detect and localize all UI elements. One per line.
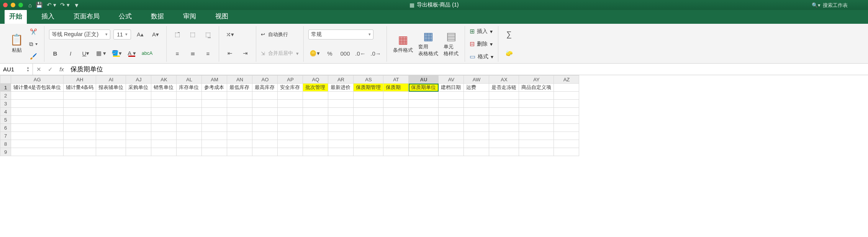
cell[interactable] — [126, 148, 151, 156]
cell[interactable] — [464, 132, 489, 140]
cell[interactable] — [303, 92, 328, 100]
column-header[interactable]: AG — [11, 76, 64, 84]
cell[interactable] — [252, 132, 278, 140]
cell[interactable] — [11, 108, 64, 116]
cell[interactable] — [464, 100, 489, 108]
cell[interactable] — [177, 132, 202, 140]
align-bottom-button[interactable]: ⬚̲ — [202, 30, 214, 40]
undo-icon[interactable]: ↶ ▾ — [47, 2, 56, 8]
cell[interactable] — [464, 148, 489, 156]
tab-page-layout[interactable]: 页面布局 — [69, 10, 104, 24]
qat-customize-icon[interactable]: ▼ — [74, 2, 79, 8]
cell[interactable] — [64, 148, 96, 156]
cell[interactable] — [354, 100, 383, 108]
cell[interactable] — [328, 92, 354, 100]
column-header[interactable]: AV — [439, 76, 464, 84]
cell[interactable] — [303, 108, 328, 116]
cell[interactable] — [489, 116, 519, 124]
cell[interactable] — [151, 108, 177, 116]
cell[interactable] — [11, 132, 64, 140]
cell[interactable] — [278, 108, 303, 116]
cell[interactable] — [489, 100, 519, 108]
cell[interactable] — [11, 124, 64, 132]
cell[interactable] — [227, 132, 252, 140]
cell[interactable] — [409, 132, 439, 140]
cell[interactable] — [202, 148, 227, 156]
cell-reference-input[interactable] — [3, 66, 23, 72]
cell[interactable] — [151, 100, 177, 108]
font-color-button[interactable]: A ▾ — [126, 48, 138, 58]
increase-indent-button[interactable]: ⇥ — [239, 48, 251, 58]
cell[interactable] — [489, 140, 519, 148]
cell[interactable] — [96, 124, 126, 132]
borders-button[interactable]: ▦ ▾ — [95, 48, 107, 58]
cell[interactable] — [519, 108, 554, 116]
cell[interactable] — [252, 108, 278, 116]
cell[interactable] — [354, 132, 383, 140]
cell[interactable] — [227, 92, 252, 100]
font-size-select[interactable]: 11 — [113, 30, 131, 40]
cell[interactable] — [354, 116, 383, 124]
cell[interactable]: 建档日期 — [439, 84, 464, 92]
number-format-select[interactable]: 常规 — [308, 30, 373, 40]
cell[interactable] — [252, 92, 278, 100]
search-input[interactable] — [823, 2, 865, 8]
cell[interactable] — [126, 116, 151, 124]
cell[interactable] — [177, 116, 202, 124]
cell[interactable] — [278, 116, 303, 124]
cell[interactable]: 销售单位 — [151, 84, 177, 92]
cell[interactable] — [96, 100, 126, 108]
cell[interactable] — [303, 140, 328, 148]
cell[interactable]: 保质期管理 — [354, 84, 383, 92]
cell[interactable] — [252, 148, 278, 156]
tab-insert[interactable]: 插入 — [37, 10, 59, 24]
cell[interactable] — [464, 108, 489, 116]
tab-view[interactable]: 视图 — [211, 10, 233, 24]
cell[interactable] — [519, 140, 554, 148]
cell[interactable] — [383, 140, 409, 148]
cell[interactable] — [177, 148, 202, 156]
font-name-select[interactable]: 等线 Regular (正文) — [49, 30, 110, 40]
column-header[interactable]: AR — [328, 76, 354, 84]
cell[interactable] — [383, 92, 409, 100]
cell[interactable] — [554, 124, 579, 132]
column-header[interactable]: AQ — [303, 76, 328, 84]
orientation-button[interactable]: ⤭▾ — [224, 30, 236, 40]
cell[interactable] — [383, 116, 409, 124]
column-header[interactable]: AU — [409, 76, 439, 84]
cell[interactable] — [126, 124, 151, 132]
cell[interactable] — [177, 92, 202, 100]
copy-button[interactable]: ⧉ ▾ — [27, 39, 39, 49]
cell[interactable] — [126, 92, 151, 100]
wrap-text-button[interactable]: ↩︎ 自动换行 — [261, 31, 288, 38]
cell[interactable] — [383, 148, 409, 156]
spreadsheet-grid[interactable]: AGAHAIAJAKALAMANAOAPAQARASATAUAVAWAXAYAZ… — [0, 75, 868, 156]
cell[interactable] — [177, 124, 202, 132]
cell[interactable] — [64, 100, 96, 108]
column-header[interactable]: AP — [278, 76, 303, 84]
align-right-button[interactable]: ≡ — [202, 48, 214, 58]
cell[interactable] — [11, 148, 64, 156]
phonetic-guide-button[interactable]: abcA — [141, 48, 153, 58]
cell[interactable]: 运费 — [464, 84, 489, 92]
insert-function-button[interactable]: fx — [56, 66, 67, 72]
cell[interactable] — [64, 92, 96, 100]
cell[interactable] — [151, 124, 177, 132]
cell[interactable]: 保质期 — [383, 84, 409, 92]
cell[interactable] — [464, 92, 489, 100]
cell[interactable] — [354, 140, 383, 148]
cell[interactable] — [202, 108, 227, 116]
cell[interactable] — [489, 148, 519, 156]
cell[interactable] — [64, 132, 96, 140]
cell[interactable]: 最新进价 — [328, 84, 354, 92]
cell[interactable] — [177, 108, 202, 116]
cell[interactable] — [554, 132, 579, 140]
align-middle-button[interactable]: ⬚ — [187, 30, 199, 40]
format-painter-button[interactable]: 🖌️ — [27, 51, 39, 61]
format-cells-button[interactable]: ▭格式▾ — [470, 53, 493, 60]
clear-button[interactable]: 🧽 — [503, 48, 515, 58]
cell[interactable] — [151, 92, 177, 100]
cell[interactable] — [126, 140, 151, 148]
tab-home[interactable]: 开始 — [5, 10, 27, 24]
name-box-stepper[interactable]: ▲▼ — [26, 66, 29, 72]
